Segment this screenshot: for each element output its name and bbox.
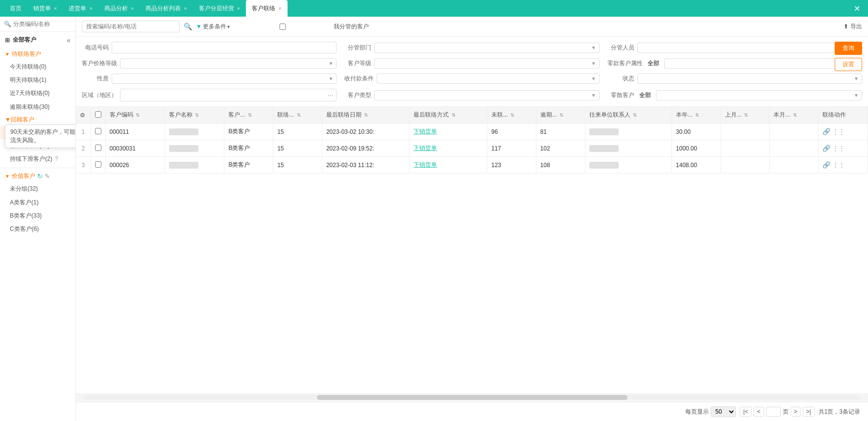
action-link-icon-2[interactable]: 🔗 [822,145,830,152]
horizontal-scrollbar[interactable] [84,395,860,400]
th-contact[interactable]: 联络... ⇅ [273,107,322,124]
scrollbar-thumb[interactable] [317,395,627,400]
th-settings[interactable]: ⚙ [76,107,91,124]
th-this-month[interactable]: 本月... ⇅ [770,107,819,124]
th-customer-name[interactable]: 客户名称 ⇅ [165,107,224,124]
sidebar-item-today[interactable]: 今天待联络(0) [0,60,75,74]
my-customers-checkbox[interactable] [234,24,332,30]
filter-customer-type-select[interactable]: ▼ [374,90,599,100]
current-page-input[interactable]: 1 [766,407,781,417]
select-all-checkbox[interactable] [95,111,101,118]
first-page-button[interactable]: |< [740,407,751,417]
prev-page-button[interactable]: < [753,407,764,417]
filter-phone-label: 电话号码 [82,44,109,52]
th-checkbox[interactable] [91,107,105,124]
filter-dept-row: 分管部门 ▼ [344,42,599,53]
tab-home[interactable]: 首页 [4,0,27,17]
tab-product-analysis-list[interactable]: 商品分析列表 × [140,0,193,17]
sidebar-divider [0,168,75,168]
tab-purchase[interactable]: 进货单 × [63,0,98,17]
close-tab-product-analysis[interactable]: × [131,5,134,11]
th-last-month[interactable]: 上月... ⇅ [721,107,770,124]
action-menu-icon-3[interactable]: ⋮⋮ [832,161,845,169]
tab-customer-layer[interactable]: 客户分层经营 × [193,0,246,17]
close-tab-sales[interactable]: × [54,5,57,11]
table-row: 2 00030031 客户名称 B类客户 15 2023-02-09 19:52… [76,140,868,157]
tab-customer-contact[interactable]: 客户联络 × [246,0,287,17]
sidebar-group-value[interactable]: ▼ 价值客户 ↻ ✎ [0,170,75,182]
th-unlisted[interactable]: 未联... ⇅ [487,107,536,124]
sidebar-item-class-a[interactable]: A类客户(1) [0,196,75,209]
query-button[interactable]: 查询 [835,42,862,55]
tooltip-review: 90天未交易的客户，可能有流失风险。 [5,124,76,148]
filter-dept-select[interactable]: ▼ [374,43,599,53]
th-this-year[interactable]: 本年... ⇅ [672,107,721,124]
page-size-select[interactable]: 50 20 100 [711,406,736,417]
sidebar-search-input[interactable] [13,21,76,27]
th-unit-contact[interactable]: 往来单位联系人 ⇅ [585,107,672,124]
filter-nature-select[interactable]: ▼ [112,74,337,84]
grid-icon: ⊞ [5,37,10,44]
tab-sales[interactable]: 销货单 × [27,0,63,17]
row-way-2[interactable]: 下销货单 [410,140,487,157]
sidebar-item-declining[interactable]: 持续下滑客户(2) ? [0,152,75,166]
tab-product-analysis[interactable]: 商品分析 × [98,0,140,17]
row-way-3[interactable]: 下销货单 [410,157,487,173]
next-page-button[interactable]: > [791,407,801,417]
sidebar-item-ungrouped[interactable]: 未分组(32) [0,182,75,196]
settings-button[interactable]: 设置 [835,58,862,71]
more-conditions-button[interactable]: ▼ 更多条件 ▾ [196,23,230,31]
filter-status-select[interactable]: ▼ [637,74,862,84]
sidebar-group-review[interactable]: ▼ 回顾客户 90天未交易的客户，可能有流失风险。 [0,114,75,126]
search-input[interactable] [82,21,180,32]
filter-zero-retail-select[interactable]: ▼ [656,90,862,100]
row-select-1[interactable] [95,128,101,134]
row-select-2[interactable] [95,145,101,151]
close-tab-purchase[interactable]: × [89,5,92,11]
filter-payment-select[interactable]: ▼ [377,74,599,84]
th-last-contact-date[interactable]: 最后联络日期 ⇅ [322,107,409,124]
row-checkbox-1[interactable] [91,124,105,140]
sidebar-item-class-b[interactable]: B类客户(33) [0,209,75,223]
sort-icon-tmonth: ⇅ [793,112,797,118]
close-tab-product-list[interactable]: × [184,5,187,11]
data-table-container: ⚙ 客户编码 ⇅ 客户名称 ⇅ [76,107,868,393]
filter-customer-grade-select[interactable]: ▼ [374,58,599,69]
th-overdue[interactable]: 逾期... ⇅ [536,107,585,124]
sidebar-item-tomorrow[interactable]: 明天待联络(1) [0,74,75,87]
sidebar-group-pending[interactable]: ▼ 待联络客户 [0,48,75,60]
search-button[interactable]: 🔍 [184,23,192,30]
last-page-button[interactable]: >| [803,407,815,417]
table-row: 1 000011 客户名称 B类客户 15 2023-03-02 10:30: … [76,124,868,140]
row-way-1[interactable]: 下销货单 [410,124,487,140]
close-tab-customer-layer[interactable]: × [237,5,240,11]
filter-zero-retail-attr-select[interactable]: ▼ [664,58,862,69]
filter-price-grade-select[interactable]: ▼ [120,58,337,69]
action-link-icon-3[interactable]: 🔗 [822,161,830,169]
th-last-contact-way[interactable]: 最后联络方式 ⇅ [410,107,487,124]
sidebar-search-icon: 🔍 [4,21,11,27]
sidebar-item-7days[interactable]: 近7天待联络(0) [0,87,75,100]
action-link-icon-1[interactable]: 🔗 [822,128,830,135]
app-close-button[interactable]: ✕ [850,2,864,15]
filter-region-more[interactable]: ··· [328,91,334,99]
sidebar-all-customers[interactable]: ⊞ 全部客户 « [0,32,75,48]
sidebar-item-class-c[interactable]: C类客户(6) [0,223,75,236]
th-customer-code[interactable]: 客户编码 ⇅ [105,107,165,124]
action-menu-icon-2[interactable]: ⋮⋮ [832,145,845,152]
content-area: 🔍 ▼ 更多条件 ▾ 我分管的客户 ⬆ 导出 电话号码 [76,17,868,421]
edit-icon[interactable]: ✎ [45,173,50,180]
row-select-3[interactable] [95,161,101,168]
refresh-icon[interactable]: ↻ [37,173,43,180]
th-customer-type[interactable]: 客户... ⇅ [224,107,273,124]
row-checkbox-3[interactable] [91,157,105,173]
action-menu-icon-1[interactable]: ⋮⋮ [832,128,845,135]
my-customers-checkbox-label[interactable]: 我分管的客户 [234,23,369,31]
sidebar-item-overdue[interactable]: 逾期未联络(30) [0,100,75,114]
filter-region-select[interactable]: ··· [120,89,337,101]
row-checkbox-2[interactable] [91,140,105,157]
filter-phone-input[interactable] [112,42,337,53]
export-button[interactable]: ⬆ 导出 [844,23,862,31]
filter-person-select[interactable]: ▼ [637,43,854,53]
close-tab-customer-contact[interactable]: × [278,5,281,11]
